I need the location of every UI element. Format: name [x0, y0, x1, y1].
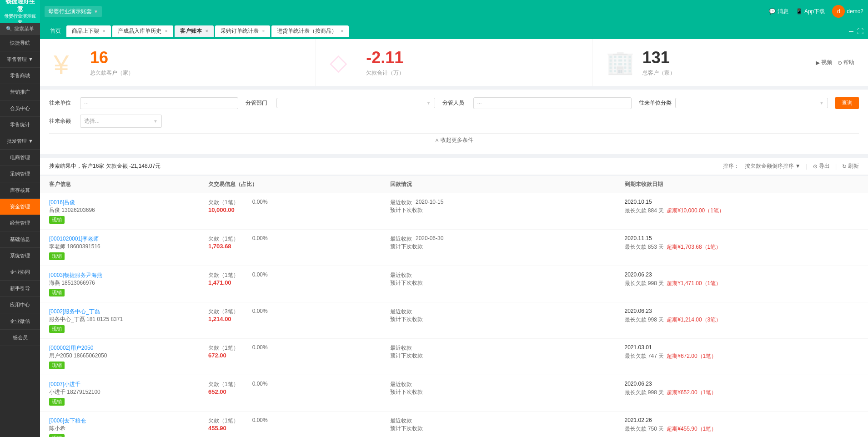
tab-goods-import[interactable]: 进货单统计表（按商品） ×: [271, 25, 349, 37]
result-actions: 排序： 按欠款金额倒序排序 ▼ | ⊙ 导出 | ↻ 刷新: [723, 162, 859, 170]
sidebar-item-retail-stats[interactable]: 零售统计: [0, 117, 40, 133]
sidebar-item-marketing[interactable]: 营销推广: [0, 84, 40, 100]
overdue-amount[interactable]: 超期¥455.90（1笔）: [667, 425, 717, 433]
filter-balance: 往来余额 选择... ▼: [49, 115, 186, 128]
overdue-amount[interactable]: 超期¥672.00（1笔）: [667, 352, 717, 360]
due-date: 2021.03.01: [625, 344, 859, 351]
sidebar-item-label: 电商管理: [3, 154, 37, 161]
overdue-amount[interactable]: 超期¥1,214.00（3笔）: [667, 316, 721, 324]
tab-bar: 首页 商品上下架 × 产成品入库单历史 × 客户账本 × 采购订单统计表 × 进…: [40, 23, 868, 39]
sidebar-item-retail-store[interactable]: 零售商城: [0, 68, 40, 84]
sidebar-item-batch-mgmt[interactable]: 批发管理 ▼: [0, 133, 40, 150]
customer-info: [0002]服务中心_丁磊 服务中心_丁磊 181 0125 8371 现销: [49, 308, 208, 333]
sort-select[interactable]: 按欠款金额倒序排序 ▼: [745, 162, 801, 170]
debt-count: 欠款（1笔）: [208, 381, 239, 388]
overdue-amount[interactable]: 超期¥1,471.00（1笔）: [667, 280, 721, 287]
customer-name-link[interactable]: [0002]服务中心_丁磊: [49, 308, 208, 316]
message-button[interactable]: 💬 消息: [769, 8, 788, 15]
help-action[interactable]: ⊙ 帮助: [838, 59, 854, 66]
overdue-amount[interactable]: 超期¥10,000.00（1笔）: [667, 207, 724, 215]
export-button[interactable]: ⊙ 导出: [813, 162, 830, 170]
tab-close-icon[interactable]: ×: [103, 29, 105, 34]
tab-close-icon[interactable]: ×: [341, 29, 343, 34]
collapse-filter-button[interactable]: ∧ 收起更多条件: [49, 133, 859, 147]
query-button[interactable]: 查询: [835, 97, 859, 109]
customer-name-link[interactable]: [0007]小进千: [49, 381, 208, 388]
debt-info: 欠款（1笔） 1,703.68 0.00%: [208, 235, 390, 250]
customer-name-link[interactable]: [0016]吕俊: [49, 199, 208, 206]
refresh-button[interactable]: ↻ 刷新: [842, 162, 859, 170]
sidebar-logo: 畅捷通好生意 母婴行业演示账套: [0, 0, 40, 23]
sidebar-item-ecom[interactable]: 电商管理: [0, 150, 40, 166]
video-action[interactable]: ▶ 视频: [816, 59, 832, 66]
sidebar-item-label: 库存核算: [3, 187, 37, 194]
customer-tag: 现销: [49, 216, 65, 224]
total-customers-label: 总客户（家）: [642, 69, 675, 77]
sidebar-item-system[interactable]: 系统管理: [0, 248, 40, 264]
debt-ratio: 0.00%: [252, 344, 268, 351]
debt-count: 欠款（3笔）: [208, 308, 239, 316]
tab-close-icon[interactable]: ×: [206, 29, 208, 34]
sidebar-item-label: 畅会员: [3, 334, 37, 341]
recovery-info: 最近收款 预计下次收款: [390, 308, 625, 323]
sidebar-search[interactable]: 🔍 搜索菜单: [0, 23, 40, 35]
unit-category-select[interactable]: ▼: [675, 98, 828, 108]
recovery-info: 最近收款 预计下次收款: [390, 344, 625, 360]
due-date: 2020.10.15: [625, 199, 859, 205]
tab-goods-on-off[interactable]: 商品上下架 ×: [66, 25, 111, 37]
sidebar-item-label: 企业协同: [3, 269, 37, 276]
tab-product-history[interactable]: 产成品入库单历史 ×: [112, 25, 173, 37]
minimize-icon[interactable]: ─: [849, 28, 853, 35]
next-payment: 预计下次收款: [390, 206, 625, 214]
sidebar-item-inventory[interactable]: 库存核算: [0, 182, 40, 199]
sidebar-item-member[interactable]: 会员中心: [0, 100, 40, 117]
last-payment-label: 最近收款: [390, 199, 412, 206]
app-download-button[interactable]: 📱 App下载: [796, 8, 825, 15]
dept-dropdown-icon: ▼: [426, 100, 431, 105]
customer-name-link[interactable]: [0001020001]李老师: [49, 235, 208, 243]
tab-close-icon[interactable]: ×: [165, 29, 168, 34]
due-date: 2020.06.23: [625, 271, 859, 278]
company-selector[interactable]: 母婴行业演示账套 ▼: [45, 6, 102, 17]
tab-home[interactable]: 首页: [45, 25, 66, 37]
tab-customer-ledger[interactable]: 客户账本 ×: [175, 25, 214, 37]
dept-select[interactable]: ▼: [276, 98, 435, 108]
overdue-days: 最长欠款 750 天: [625, 425, 664, 433]
maximize-icon[interactable]: ⛶: [857, 28, 863, 35]
sidebar-item-purchase[interactable]: 采购管理: [0, 166, 40, 182]
tab-purchase-order[interactable]: 采购订单统计表 ×: [215, 25, 271, 37]
user-avatar[interactable]: d demo2: [832, 5, 863, 18]
main-area: 母婴行业演示账套 ▼ 💬 消息 📱 App下载 d demo2 首: [40, 0, 868, 437]
customer-name-link[interactable]: [0003]畅捷服务尹海燕: [49, 271, 208, 279]
app-icon: 📱: [796, 8, 803, 15]
sidebar-item-corp[interactable]: 企业协同: [0, 264, 40, 281]
sidebar-item-quick-nav[interactable]: 快捷导航: [0, 35, 40, 51]
filter-area: 往来单位 ··· 分管部门 ▼ 分管人员: [40, 90, 868, 154]
due-info: 2020.06.23 最长欠款 998 天 超期¥652.00（1笔）: [625, 381, 859, 397]
sidebar-item-newbie[interactable]: 新手引导: [0, 281, 40, 297]
stat-actions: ▶ 视频 ⊙ 帮助: [816, 59, 854, 66]
tab-close-icon[interactable]: ×: [262, 29, 265, 34]
customer-name-link[interactable]: [0006]去下粮仓: [49, 417, 208, 425]
refresh-icon: ↻: [842, 163, 847, 170]
sidebar-item-apps[interactable]: 应用中心: [0, 297, 40, 313]
sidebar-item-basic[interactable]: 基础信息: [0, 231, 40, 248]
customer-tag: 现销: [49, 398, 65, 406]
debt-ratio: 0.00%: [252, 199, 268, 205]
debt-ratio: 0.00%: [252, 417, 268, 423]
overdue-amount[interactable]: 超期¥1,703.68（1笔）: [667, 243, 721, 251]
table-row: [0001020001]李老师 李老师 18600391516 现销 欠款（1笔…: [40, 230, 868, 266]
sidebar-item-vip[interactable]: 畅会员: [0, 330, 40, 346]
table-row: [0003]畅捷服务尹海燕 海燕 18513066976 现销 欠款（1笔） 1…: [40, 266, 868, 302]
overdue-amount[interactable]: 超期¥652.00（1笔）: [667, 389, 717, 397]
sidebar-item-ops[interactable]: 经营管理: [0, 215, 40, 231]
customer-name-link[interactable]: [000002]用户2050: [49, 344, 208, 352]
sidebar-item-wechat[interactable]: 企业微信: [0, 313, 40, 330]
person-input[interactable]: ···: [473, 97, 632, 109]
source-unit-input[interactable]: ···: [80, 97, 238, 109]
sidebar-item-retail-mgmt[interactable]: 零售管理 ▼: [0, 51, 40, 68]
balance-select[interactable]: 选择... ▼: [80, 115, 162, 128]
sidebar-item-finance[interactable]: 资金管理: [0, 199, 40, 215]
stats-row: ¥ 16 总欠款客户（家） ◇ -2.11 欠款合计（万） 🏢: [40, 39, 868, 86]
customer-phone: 海燕 18513066976: [49, 279, 208, 287]
